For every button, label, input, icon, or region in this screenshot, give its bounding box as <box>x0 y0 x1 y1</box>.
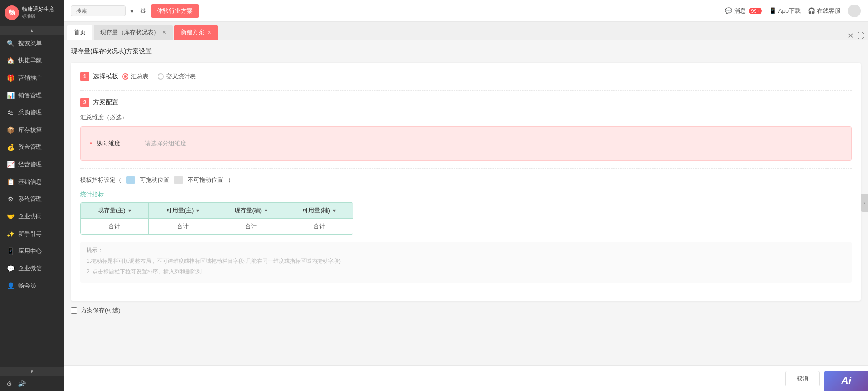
stats-col-header-0[interactable]: 现存量(主) ▾ <box>81 203 148 219</box>
save-checkbox[interactable] <box>71 307 77 314</box>
template-settings-label: 模板指标设定（ <box>80 176 122 184</box>
stats-label: 统计指标 <box>80 190 852 199</box>
tips-item-0: 1.拖动标题栏可以调整布局，不可跨维度或指标区域拖动栏目字段(只能在同一维度或指… <box>87 257 845 266</box>
col-dropdown-0[interactable]: ▾ <box>128 207 131 214</box>
col-dropdown-2[interactable]: ▾ <box>265 207 267 214</box>
sidebar-bottom: ⚙ 🔊 <box>0 376 64 391</box>
service-icon: 🎧 <box>808 7 815 14</box>
box-icon: 📦 <box>6 126 15 134</box>
content-area: 现存量(库存状况表)方案设置 1 选择模板 汇总表 交叉统计表 <box>64 40 868 365</box>
sidebar-item-appstore[interactable]: 📱 应用中心 <box>0 242 64 260</box>
sidebar-item-inventory[interactable]: 📦 库存核算 <box>0 121 64 139</box>
tab-inventory[interactable]: 现存量（库存状况表） ✕ <box>94 25 173 40</box>
col-dropdown-1[interactable]: ▾ <box>196 207 199 214</box>
guide-icon: ✨ <box>6 230 15 238</box>
tabs-bar: 首页 现存量（库存状况表） ✕ 新建方案 ✕ ✕ ⛶ <box>64 22 868 40</box>
side-expand-btn[interactable]: › <box>861 194 868 212</box>
page-title: 现存量(库存状况表)方案设置 <box>71 47 861 56</box>
money-icon: 💰 <box>6 143 15 151</box>
chart-icon: 📊 <box>6 91 15 99</box>
tab-close-all[interactable]: ✕ <box>848 31 853 40</box>
footer: 取消 查询 <box>64 365 868 391</box>
stats-table-body: 合计 合计 合计 合计 <box>81 219 353 234</box>
stats-col-header-3[interactable]: 可用量(辅) ▾ <box>285 203 353 219</box>
sidebar: 畅 畅康通好生意 标准版 ▲ 🔍 搜索菜单 🏠 快捷导航 🎁 营销推广 📊 销售… <box>0 0 64 391</box>
sidebar-item-purchase[interactable]: 🛍 采购管理 <box>0 104 64 121</box>
online-service-item[interactable]: 🎧 在线客服 <box>808 7 841 15</box>
logo-icon: 畅 <box>5 5 19 20</box>
col-dropdown-3[interactable]: ▾ <box>333 207 336 214</box>
sidebar-item-operations[interactable]: 📈 经营管理 <box>0 156 64 173</box>
app-download-item[interactable]: 📱 App下载 <box>769 7 801 15</box>
aggregate-dim-label: 汇总维度（必选） <box>80 113 852 122</box>
sidebar-item-basicinfo[interactable]: 📋 基础信息 <box>0 173 64 190</box>
step1-badge: 1 <box>80 72 89 81</box>
info-icon: 📋 <box>6 178 15 186</box>
sidebar-item-guide[interactable]: ✨ 新手引导 <box>0 225 64 242</box>
industry-btn[interactable]: 体验行业方案 <box>151 4 199 18</box>
main-panel: 1 选择模板 汇总表 交叉统计表 <box>71 63 861 301</box>
sidebar-item-nav[interactable]: 🏠 快捷导航 <box>0 52 64 69</box>
stats-col-3: 可用量(辅) ▾ <box>285 203 353 219</box>
step2-badge: 2 <box>80 98 89 107</box>
stats-col-header-1[interactable]: 可用量(主) ▾ <box>149 203 217 219</box>
radio-cross[interactable]: 交叉统计表 <box>158 72 196 81</box>
dropdown-button[interactable]: ▾ <box>130 7 133 15</box>
sidebar-scroll-down[interactable]: ▼ <box>0 367 64 376</box>
stats-cell-2: 合计 <box>217 219 285 234</box>
tab-inventory-close[interactable]: ✕ <box>162 30 166 36</box>
message-item[interactable]: 💬 消息 99+ <box>725 7 762 15</box>
stats-body-col-3: 合计 <box>285 219 353 234</box>
settings-icon[interactable]: ⚙ <box>6 380 12 387</box>
dim-required-marker: * <box>90 140 92 147</box>
shopping-icon: 🛍 <box>6 108 15 117</box>
stats-body-col-2: 合计 <box>217 219 286 234</box>
divider2 <box>80 168 852 169</box>
tips-section: 提示： 1.拖动标题栏可以调整布局，不可跨维度或指标区域拖动栏目字段(只能在同一… <box>80 242 852 283</box>
app-icon: 📱 <box>6 247 15 255</box>
radio-cross-circle <box>158 73 164 80</box>
radio-summary-circle <box>122 73 128 80</box>
dim-dash: —— <box>127 140 138 147</box>
search-input[interactable] <box>71 5 126 16</box>
search-icon: 🔍 <box>6 39 15 47</box>
audio-icon[interactable]: 🔊 <box>18 380 26 387</box>
sidebar-item-search[interactable]: 🔍 搜索菜单 <box>0 35 64 52</box>
sidebar-item-finance[interactable]: 💰 资金管理 <box>0 139 64 156</box>
sidebar-item-system[interactable]: ⚙ 系统管理 <box>0 190 64 208</box>
wechat-icon: 💬 <box>6 264 15 273</box>
template-settings: 模板指标设定（ 可拖动位置 不可拖动位置 ） <box>80 176 852 184</box>
radio-summary[interactable]: 汇总表 <box>122 72 148 81</box>
step2-section: 2 方案配置 汇总维度（必选） * 纵向维度 —— 请选择分组维度 模板指标设定… <box>80 98 852 283</box>
sidebar-item-wechat[interactable]: 💬 企业微信 <box>0 260 64 277</box>
member-icon: 👤 <box>6 282 15 290</box>
sidebar-menu: 🔍 搜索菜单 🏠 快捷导航 🎁 营销推广 📊 销售管理 🛍 采购管理 📦 库存核… <box>0 35 64 367</box>
tab-expand[interactable]: ⛶ <box>857 32 864 40</box>
topbar-gear-icon[interactable]: ⚙ <box>140 6 146 15</box>
sidebar-item-marketing[interactable]: 🎁 营销推广 <box>0 69 64 87</box>
stats-col-header-2[interactable]: 现存量(辅) ▾ <box>217 203 285 219</box>
cancel-button[interactable]: 取消 <box>785 371 820 386</box>
tab-new-plan[interactable]: 新建方案 ✕ <box>174 25 218 40</box>
home-icon: 🏠 <box>6 57 15 65</box>
stats-col-2: 现存量(辅) ▾ <box>217 203 286 219</box>
tab-new-plan-close[interactable]: ✕ <box>207 30 211 36</box>
tips-item-1: 2. 点击标题栏下拉可设置排序、插入列和删除列 <box>87 268 845 276</box>
no-drag-position-indicator <box>174 176 183 184</box>
stats-cell-3: 合计 <box>285 219 353 234</box>
sidebar-item-members[interactable]: 👤 畅会员 <box>0 277 64 294</box>
sidebar-item-sales[interactable]: 📊 销售管理 <box>0 87 64 104</box>
tab-home[interactable]: 首页 <box>67 25 92 40</box>
step2-header: 2 方案配置 <box>80 98 852 107</box>
ai-badge[interactable]: Ai <box>824 371 868 391</box>
logo-text: 畅康通好生意 标准版 <box>22 6 55 20</box>
step1-section: 1 选择模板 汇总表 交叉统计表 <box>80 72 852 81</box>
dimension-area[interactable]: * 纵向维度 —— 请选择分组维度 <box>80 126 852 161</box>
message-badge: 99+ <box>749 8 762 14</box>
sidebar-scroll-up[interactable]: ▲ <box>0 26 64 35</box>
template-settings-end: ） <box>228 176 234 184</box>
tips-title: 提示： <box>87 247 845 254</box>
user-avatar[interactable] <box>848 5 861 17</box>
sidebar-logo: 畅 畅康通好生意 标准版 <box>0 0 64 26</box>
sidebar-item-collab[interactable]: 🤝 企业协同 <box>0 208 64 225</box>
